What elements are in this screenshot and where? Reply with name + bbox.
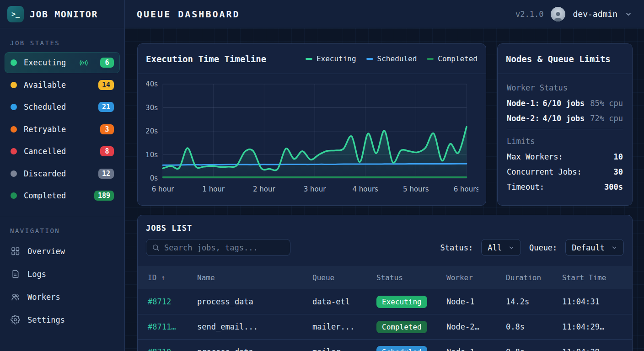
- chevron-down-icon[interactable]: [625, 11, 632, 18]
- job-status-cell: Executing: [376, 296, 446, 308]
- search-input[interactable]: [164, 243, 284, 252]
- jobs-list-title: JOBS LIST: [146, 223, 624, 233]
- state-label: Cancelled: [24, 147, 93, 156]
- worker-jobs: 4/10 jobs: [542, 114, 585, 123]
- state-label: Executing: [24, 58, 71, 67]
- navigation-list: OverviewLogsWorkersSettings: [0, 240, 124, 331]
- limit-row: Concurrent Jobs:30: [507, 167, 623, 176]
- nav-item-overview[interactable]: Overview: [5, 240, 120, 263]
- sidebar-state-completed[interactable]: Completed189: [5, 185, 120, 206]
- queue-filter-label: Queue:: [529, 243, 557, 252]
- avatar[interactable]: [551, 7, 565, 21]
- state-dot: [11, 126, 17, 133]
- limit-value: 300s: [604, 182, 623, 191]
- worker-status-row: Node-2:4/10 jobs72% cpu: [507, 114, 623, 123]
- column-header-status[interactable]: Status: [376, 273, 446, 282]
- column-header-worker[interactable]: Worker: [446, 273, 506, 282]
- navigation-section-label: NAVIGATION: [0, 216, 124, 240]
- sidebar-state-available[interactable]: Available14: [5, 74, 120, 96]
- top-bar: QUEUE DASHBOARD v2.1.0 dev-admin: [125, 0, 644, 28]
- job-id-link[interactable]: #8712: [148, 297, 197, 306]
- limit-value: 10: [614, 152, 623, 161]
- column-header-queue[interactable]: Queue: [312, 273, 376, 282]
- app-title: JOB MONITOR: [30, 9, 98, 20]
- nav-item-label: Workers: [27, 292, 60, 302]
- jobs-table-body: #8712process_datadata-etlExecutingNode-1…: [138, 289, 632, 351]
- state-label: Discarded: [24, 169, 91, 178]
- column-header-start-time[interactable]: Start Time: [562, 273, 632, 282]
- job-status-cell: Completed: [376, 321, 446, 333]
- limit-row: Timeout:300s: [507, 182, 623, 191]
- svg-text:0s: 0s: [150, 174, 158, 182]
- worker-name: Node-1:: [507, 99, 540, 108]
- column-header-name[interactable]: Name: [197, 273, 312, 282]
- job-start-time: 11:04:29…: [562, 322, 632, 331]
- legend-label: Executing: [317, 54, 356, 63]
- status-badge: Executing: [376, 296, 427, 308]
- nav-item-settings[interactable]: Settings: [5, 308, 120, 331]
- sidebar-state-discarded[interactable]: Discarded12: [5, 163, 120, 184]
- nav-item-label: Overview: [27, 247, 65, 256]
- search-icon: [152, 244, 160, 251]
- sidebar-state-scheduled[interactable]: Scheduled21: [5, 96, 120, 117]
- worker-jobs: 6/10 jobs: [542, 99, 585, 108]
- nav-item-logs[interactable]: Logs: [5, 263, 120, 286]
- status-badge: Completed: [376, 321, 427, 333]
- job-name: process_data: [197, 297, 312, 306]
- table-row[interactable]: #8711…send_email...mailer...CompletedNod…: [138, 314, 632, 340]
- chart-legend: ExecutingScheduledCompleted: [306, 54, 478, 63]
- terminal-icon: >_: [7, 6, 24, 22]
- limit-label: Timeout:: [507, 182, 544, 191]
- worker-cpu: 72% cpu: [590, 114, 623, 123]
- sidebar-state-executing[interactable]: Executing6: [5, 52, 120, 73]
- legend-item-executing: Executing: [306, 54, 356, 63]
- job-states-list: Executing6Available14Scheduled21Retryabl…: [0, 52, 124, 207]
- svg-text:3 hour: 3 hour: [304, 185, 327, 193]
- user-menu[interactable]: dev-admin: [573, 9, 617, 19]
- jobs-list-card: JOBS LIST Status: All: [137, 215, 633, 351]
- job-worker: Node-1: [446, 347, 506, 351]
- state-label: Scheduled: [24, 102, 91, 112]
- legend-label: Scheduled: [377, 54, 417, 63]
- column-header-duration[interactable]: Duration: [506, 273, 562, 282]
- job-queue: data-etl: [312, 297, 376, 306]
- state-dot: [11, 170, 17, 177]
- job-worker: Node-2…: [446, 322, 506, 331]
- job-name: send_email...: [197, 322, 312, 331]
- worker-status-row: Node-1:6/10 jobs85% cpu: [507, 99, 623, 108]
- queue-filter-select[interactable]: Default: [565, 239, 624, 256]
- chevron-down-icon: [508, 245, 515, 251]
- status-filter-label: Status:: [440, 243, 473, 252]
- svg-text:5 hours: 5 hours: [403, 185, 429, 193]
- job-states-section-label: JOB STATES: [0, 28, 124, 52]
- limit-label: Max Workers:: [507, 152, 563, 161]
- table-row[interactable]: #8710process_datamailerScheduledNode-10.…: [138, 340, 632, 351]
- column-header-id-[interactable]: ID ↑: [148, 273, 197, 282]
- limit-value: 30: [614, 167, 623, 176]
- svg-text:6 hours: 6 hours: [454, 185, 478, 193]
- worker-cpu: 85% cpu: [590, 99, 623, 108]
- sidebar-state-cancelled[interactable]: Cancelled8: [5, 141, 120, 162]
- table-row[interactable]: #8712process_datadata-etlExecutingNode-1…: [138, 289, 632, 314]
- sidebar-state-retryable[interactable]: Retryable3: [5, 119, 120, 140]
- worker-name: Node-2:: [507, 114, 540, 123]
- nav-item-label: Settings: [27, 315, 65, 324]
- jobs-table-header: ID ↑NameQueueStatusWorkerDurationStart T…: [138, 266, 632, 289]
- status-filter-select[interactable]: All: [481, 239, 521, 256]
- live-icon: [78, 59, 89, 66]
- nav-item-workers[interactable]: Workers: [5, 286, 120, 308]
- state-label: Retryable: [24, 125, 93, 134]
- nodes-limits-card: Nodes & Queue Limits Worker Status Node-…: [497, 43, 633, 206]
- queue-filter-value: Default: [572, 243, 605, 252]
- jobs-table: ID ↑NameQueueStatusWorkerDurationStart T…: [138, 266, 632, 351]
- job-id-link[interactable]: #8710: [148, 347, 197, 351]
- state-count-badge: 21: [98, 102, 114, 112]
- legend-item-scheduled: Scheduled: [366, 54, 417, 63]
- job-id-link[interactable]: #8711…: [148, 322, 197, 331]
- legend-label: Completed: [438, 54, 478, 63]
- status-badge: Scheduled: [376, 346, 427, 351]
- limits-label: Limits: [507, 137, 623, 146]
- job-start-time: 11:04:31: [562, 297, 632, 306]
- svg-text:30s: 30s: [146, 104, 158, 112]
- job-start-time: 11:04:29: [562, 347, 632, 351]
